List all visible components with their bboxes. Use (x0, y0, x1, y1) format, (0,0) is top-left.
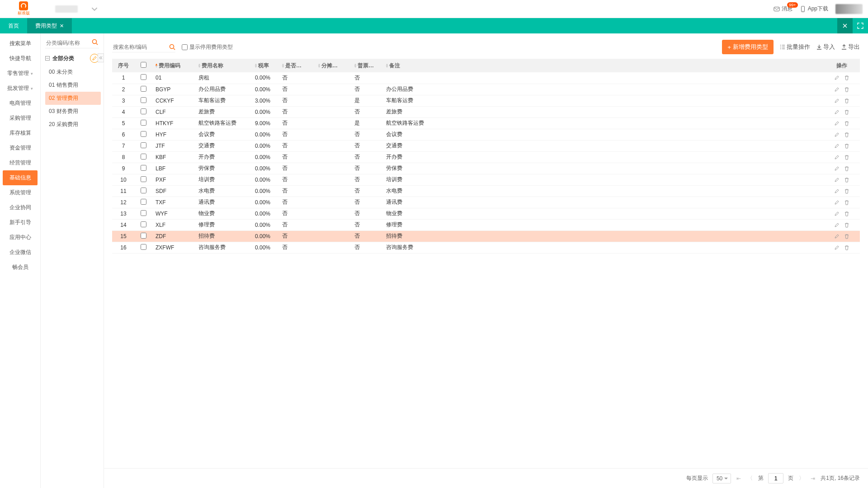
th-ticket[interactable]: ▴▾普票… (351, 59, 382, 72)
nav-item[interactable]: 批发管理▾ (0, 81, 40, 96)
nav-item[interactable]: 基础信息 (3, 170, 38, 185)
row-checkbox[interactable] (141, 210, 146, 216)
table-row[interactable]: 4CLF差旅费0.00%否否差旅费 (112, 106, 860, 117)
pager-prev-button[interactable]: 〈 (746, 474, 754, 482)
th-rate[interactable]: ▴▾税率 (251, 59, 278, 72)
nav-item[interactable]: 系统管理 (0, 185, 40, 200)
delete-row-button[interactable] (844, 109, 849, 115)
table-row[interactable]: 2BGYP办公用品费0.00%否否办公用品费 (112, 84, 860, 95)
table-row[interactable]: 14XLF修理费0.00%否否修理费 (112, 219, 860, 230)
table-row[interactable]: 12TXF通讯费0.00%否否通讯费 (112, 197, 860, 208)
tab-close-all-button[interactable] (837, 18, 853, 33)
nav-item[interactable]: 电商管理 (0, 96, 40, 111)
nav-item[interactable]: 快捷导航 (0, 51, 40, 66)
import-button[interactable]: 导入 (816, 43, 835, 51)
table-row[interactable]: 11SDF水电费0.00%否否水电费 (112, 185, 860, 197)
category-all-row[interactable]: 全部分类 (41, 51, 104, 66)
th-index[interactable]: 序号 (112, 59, 135, 72)
category-item[interactable]: 00 未分类 (45, 66, 101, 79)
edit-row-button[interactable] (834, 132, 840, 137)
pager-first-button[interactable]: ⇤ (736, 475, 742, 482)
messages-button[interactable]: 消息 99+ (774, 5, 793, 13)
table-row[interactable]: 16ZXFWF咨询服务费0.00%否否咨询服务费 (112, 242, 860, 253)
edit-row-button[interactable] (834, 155, 840, 160)
nav-item[interactable]: 新手引导 (0, 215, 40, 230)
category-item[interactable]: 20 采购费用 (45, 118, 101, 131)
table-row[interactable]: 7JTF交通费0.00%否否交通费 (112, 140, 860, 151)
select-all-checkbox[interactable] (141, 62, 146, 68)
edit-row-button[interactable] (834, 109, 840, 115)
delete-row-button[interactable] (844, 177, 849, 183)
row-checkbox[interactable] (141, 188, 146, 193)
row-checkbox[interactable] (141, 176, 146, 182)
nav-item[interactable]: 企业微信 (0, 245, 40, 260)
search-icon[interactable] (92, 39, 98, 45)
table-search-input[interactable] (112, 42, 175, 52)
row-checkbox[interactable] (141, 233, 146, 239)
per-page-select[interactable]: 50 (712, 474, 731, 483)
category-item[interactable]: 02 管理费用 (45, 92, 101, 105)
table-row[interactable]: 13WYF物业费0.00%否否物业费 (112, 208, 860, 219)
nav-item[interactable]: 库存核算 (0, 126, 40, 141)
row-checkbox[interactable] (141, 199, 146, 205)
th-share[interactable]: ▴▾分摊… (315, 59, 351, 72)
show-disabled-checkbox[interactable] (182, 44, 188, 50)
nav-item[interactable]: 畅会员 (0, 260, 40, 275)
table-row[interactable]: 5HTKYF航空铁路客运费9.00%否是航空铁路客运费 (112, 117, 860, 129)
category-item[interactable]: 03 财务费用 (45, 105, 101, 118)
edit-row-button[interactable] (834, 188, 840, 194)
edit-row-button[interactable] (834, 75, 840, 80)
row-checkbox[interactable] (141, 131, 146, 137)
tab-fee-type[interactable]: 费用类型 ✕ (27, 18, 72, 33)
delete-row-button[interactable] (844, 143, 849, 149)
nav-item[interactable]: 企业协同 (0, 200, 40, 215)
tab-home[interactable]: 首页 (0, 18, 27, 33)
nav-item[interactable]: 经营管理 (0, 155, 40, 170)
th-bool[interactable]: ▴▾是否… (278, 59, 315, 72)
delete-row-button[interactable] (844, 87, 849, 92)
table-row[interactable]: 3CCKYF车船客运费3.00%否是车船客运费 (112, 95, 860, 106)
table-row[interactable]: 10PXF培训费0.00%否否培训费 (112, 174, 860, 185)
delete-row-button[interactable] (844, 188, 849, 194)
fullscreen-button[interactable] (853, 18, 868, 33)
delete-row-button[interactable] (844, 222, 849, 228)
table-wrap[interactable]: 序号 ▴▾费用编码 ▴▾费用名称 ▴▾税率 ▴▾是否… ▴▾分摊… ▴▾普票… … (104, 59, 868, 468)
nav-item[interactable]: 零售管理▾ (0, 66, 40, 81)
row-checkbox[interactable] (141, 108, 146, 114)
delete-row-button[interactable] (844, 155, 849, 160)
show-disabled-toggle[interactable]: 显示停用费用类型 (182, 43, 233, 51)
edit-row-button[interactable] (834, 177, 840, 183)
row-checkbox[interactable] (141, 120, 146, 126)
delete-row-button[interactable] (844, 245, 849, 250)
delete-row-button[interactable] (844, 234, 849, 239)
pager-last-button[interactable]: ⇥ (810, 475, 816, 482)
edit-row-button[interactable] (834, 143, 840, 149)
batch-ops-button[interactable]: 批量操作 (780, 43, 810, 51)
row-checkbox[interactable] (141, 74, 146, 80)
nav-item[interactable]: 采购管理 (0, 111, 40, 126)
edit-row-button[interactable] (834, 222, 840, 228)
table-row[interactable]: 9LBF劳保费0.00%否否劳保费 (112, 163, 860, 174)
nav-item[interactable]: 资金管理 (0, 141, 40, 155)
edit-row-button[interactable] (834, 87, 840, 92)
user-avatar[interactable] (835, 4, 863, 14)
th-name[interactable]: ▴▾费用名称 (195, 59, 251, 72)
edit-row-button[interactable] (834, 200, 840, 205)
edit-row-button[interactable] (834, 245, 840, 250)
row-checkbox[interactable] (141, 86, 146, 92)
row-checkbox[interactable] (141, 244, 146, 250)
add-fee-type-button[interactable]: + 新增费用类型 (722, 40, 774, 54)
delete-row-button[interactable] (844, 132, 849, 137)
edit-row-button[interactable] (834, 98, 840, 103)
edit-row-button[interactable] (834, 121, 840, 126)
org-selector[interactable] (51, 5, 102, 13)
table-row[interactable]: 6HYF会议费0.00%否否会议费 (112, 129, 860, 140)
th-remark[interactable]: ▴▾备注 (382, 59, 824, 72)
collapse-panel-button[interactable] (98, 53, 104, 62)
page-input[interactable] (768, 473, 783, 483)
delete-row-button[interactable] (844, 166, 849, 171)
table-row[interactable]: 15ZDF招待费0.00%否否招待费 (112, 230, 860, 242)
edit-row-button[interactable] (834, 211, 840, 216)
export-button[interactable]: 导出 (841, 43, 860, 51)
category-item[interactable]: 01 销售费用 (45, 79, 101, 92)
